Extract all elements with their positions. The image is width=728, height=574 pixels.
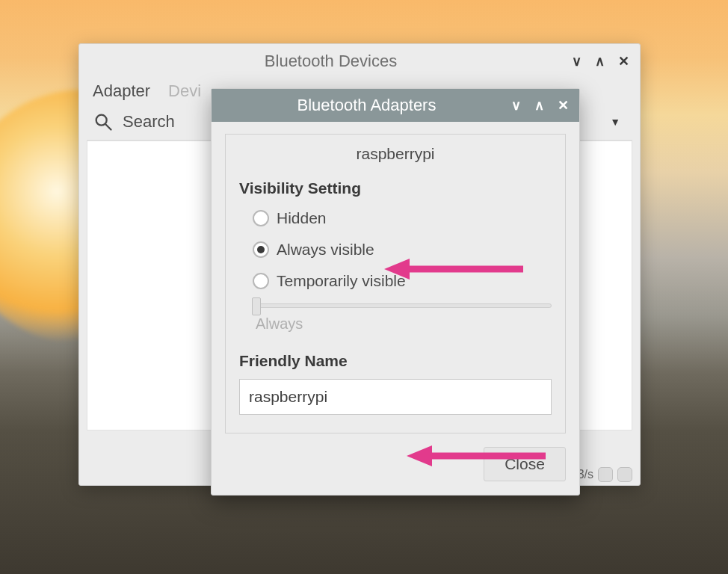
search-button[interactable]: Search	[93, 111, 175, 132]
menu-adapter[interactable]: Adapter	[93, 81, 150, 101]
radio-temporarily-visible[interactable]: Temporarily visible	[253, 272, 552, 290]
bluetooth-adapters-dialog: Bluetooth Adapters ∨ ∧ ✕ raspberrypi Vis…	[211, 88, 580, 496]
status-indicator-2	[617, 467, 632, 482]
friendly-name-heading: Friendly Name	[239, 352, 552, 370]
radio-icon-selected	[253, 241, 269, 258]
friendly-name-input[interactable]	[239, 379, 552, 415]
radio-always-label: Always visible	[277, 241, 374, 259]
radio-icon	[253, 210, 269, 226]
devices-window-title: Bluetooth Devices	[90, 52, 572, 71]
chevron-up-icon[interactable]: ∧	[595, 55, 605, 68]
radio-icon	[253, 273, 269, 289]
visibility-radio-group: Hidden Always visible Temporarily visibl…	[239, 209, 552, 290]
chevron-down-icon[interactable]: ∨	[572, 55, 582, 68]
toolbar-dropdown[interactable]: ▼	[610, 116, 620, 128]
adapters-dialog-title: Bluetooth Adapters	[222, 96, 511, 115]
devices-statusbar: 3/s	[578, 467, 632, 482]
visibility-heading: Visibility Setting	[239, 179, 552, 197]
slider-label: Always	[253, 315, 552, 333]
status-indicator-1	[598, 467, 613, 482]
adapters-titlebar[interactable]: Bluetooth Adapters ∨ ∧ ✕	[212, 89, 579, 122]
close-button[interactable]: Close	[484, 447, 566, 481]
close-icon[interactable]: ✕	[558, 99, 569, 112]
search-label: Search	[123, 112, 175, 132]
devices-titlebar[interactable]: Bluetooth Devices ∨ ∧ ✕	[79, 44, 640, 78]
visibility-duration-slider[interactable]	[253, 303, 552, 308]
chevron-down-icon[interactable]: ∨	[511, 99, 521, 112]
radio-hidden-label: Hidden	[277, 209, 327, 227]
svg-line-1	[106, 125, 111, 130]
svg-point-0	[96, 115, 107, 126]
current-adapter-name: raspberrypi	[239, 145, 552, 163]
chevron-up-icon[interactable]: ∧	[534, 99, 544, 112]
slider-thumb[interactable]	[252, 297, 261, 315]
radio-hidden[interactable]: Hidden	[253, 209, 552, 227]
radio-always-visible[interactable]: Always visible	[253, 241, 552, 259]
radio-temporary-label: Temporarily visible	[277, 272, 406, 290]
menu-device-partial[interactable]: Devi	[168, 81, 201, 101]
close-icon[interactable]: ✕	[618, 55, 629, 68]
search-icon	[93, 111, 114, 132]
adapters-content: raspberrypi Visibility Setting Hidden Al…	[225, 134, 566, 433]
